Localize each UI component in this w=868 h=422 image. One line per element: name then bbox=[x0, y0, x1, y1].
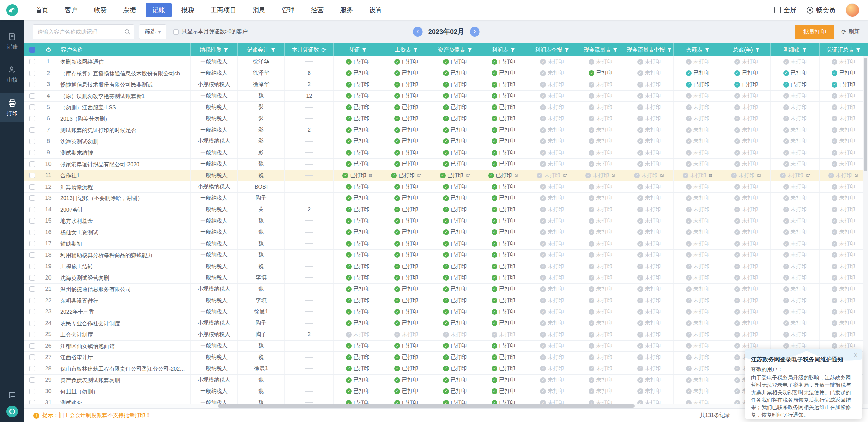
refresh-button[interactable]: ⟳ 刷新 bbox=[841, 28, 860, 36]
table-row[interactable]: 29资产负债表测试账套勿删小规模纳税人魏✓已打印✓已打印✓已打印✓已打印✓未打印… bbox=[24, 375, 868, 386]
table-row[interactable]: 232022年十三香一般纳税人徐晨1✓已打印✓已打印✓已打印✓已打印✓未打印✓未… bbox=[24, 306, 868, 318]
table-row[interactable]: 62013（陶美芳勿删）一般纳税人影✓已打印✓已打印✓已打印✓已打印✓未打印✓未… bbox=[24, 113, 868, 125]
row-checkbox[interactable] bbox=[29, 184, 35, 190]
column-header-纳税性质[interactable]: 纳税性质 bbox=[191, 43, 238, 56]
column-header-明细账[interactable]: 明细账 bbox=[771, 43, 819, 56]
table-row[interactable]: 20沈海英测试经营勿删一般纳税人李琪✓已打印✓已打印✓已打印✓已打印✓未打印✓未… bbox=[24, 272, 868, 284]
row-checkbox[interactable] bbox=[29, 264, 35, 269]
topnav-item-消息[interactable]: 消息 bbox=[246, 3, 272, 17]
table-row[interactable]: 28保山市板林建筑工程有限责任公司盈江分公司-2020(202206...一般纳… bbox=[24, 363, 868, 375]
table-row[interactable]: 24农民专业合作社会计制度小规模纳税人陶子✓已打印✓已打印✓已打印✓已打印✓未打… bbox=[24, 318, 868, 329]
select-all-checkbox[interactable] bbox=[29, 47, 35, 53]
external-link-icon[interactable] bbox=[563, 173, 567, 178]
filter-funnel-icon[interactable] bbox=[802, 48, 807, 52]
external-link-icon[interactable] bbox=[611, 173, 616, 178]
filter-funnel-icon[interactable] bbox=[413, 48, 418, 52]
table-row[interactable]: 27江西省审计厅一般纳税人魏✓已打印✓已打印✓已打印✓已打印✓未打印✓未打印✓未… bbox=[24, 352, 868, 363]
column-header-利润表[interactable]: 利润表 bbox=[479, 43, 528, 56]
table-row[interactable]: 142007会计一般纳税人黄2✓已打印✓已打印✓已打印✓已打印✓未打印✓未打印✓… bbox=[24, 204, 868, 216]
external-link-icon[interactable] bbox=[806, 173, 810, 178]
row-checkbox[interactable] bbox=[29, 354, 35, 360]
row-checkbox[interactable] bbox=[29, 298, 35, 303]
row-checkbox[interactable] bbox=[29, 93, 35, 99]
sidebar-item-打印[interactable]: 打印 bbox=[0, 93, 24, 122]
topnav-item-收费[interactable]: 收费 bbox=[87, 3, 113, 17]
topnav-item-票据[interactable]: 票据 bbox=[117, 3, 142, 17]
user-avatar[interactable] bbox=[846, 3, 859, 17]
next-month-button[interactable]: › bbox=[470, 27, 479, 37]
topnav-item-设置[interactable]: 设置 bbox=[363, 3, 389, 17]
search-input[interactable] bbox=[33, 24, 134, 39]
filter-funnel-icon[interactable] bbox=[511, 48, 515, 52]
row-checkbox[interactable] bbox=[29, 173, 35, 178]
column-header-现金流量表季报[interactable]: 现金流量表季报 bbox=[625, 43, 674, 56]
table-row[interactable]: 15地方水利基金一般纳税人魏✓已打印✓已打印✓已打印✓已打印✓未打印✓未打印✓未… bbox=[24, 215, 868, 227]
column-header-凭证汇总表[interactable]: 凭证汇总表 bbox=[820, 43, 868, 56]
table-row[interactable]: 30何1111（勿删）一般纳税人魏✓已打印✓已打印✓已打印✓已打印✓未打印✓未打… bbox=[24, 386, 868, 398]
fullscreen-button[interactable]: 全屏 bbox=[774, 6, 796, 15]
topnav-item-首页[interactable]: 首页 bbox=[29, 3, 55, 17]
table-row[interactable]: 22东明县设置鞋行一般纳税人李琪✓已打印✓已打印✓已打印✓已打印✓未打印✓未打印… bbox=[24, 295, 868, 307]
table-row[interactable]: 7测试账套的凭证打印的时候是否一般纳税人影2✓已打印✓已打印✓已打印✓已打印✓未… bbox=[24, 124, 868, 136]
row-checkbox[interactable] bbox=[29, 218, 35, 224]
row-checkbox[interactable] bbox=[29, 309, 35, 314]
table-row[interactable]: 1勿删新税网络通信一般纳税人徐泽华✓已打印✓已打印✓已打印✓已打印✓未打印✓未打… bbox=[24, 56, 868, 68]
table-row[interactable]: 31测试账套一般纳税人魏✓已打印✓已打印✓已打印✓已打印✓未打印✓未打印✓未打印… bbox=[24, 397, 868, 404]
only-with-vouchers-checkbox[interactable]: 只显示本月凭证数>0的客户 bbox=[173, 28, 248, 35]
row-checkbox[interactable] bbox=[29, 127, 35, 133]
row-checkbox[interactable] bbox=[29, 286, 35, 292]
prev-month-button[interactable]: ‹ bbox=[413, 27, 423, 37]
row-checkbox[interactable] bbox=[29, 82, 35, 87]
row-checkbox[interactable] bbox=[29, 71, 35, 76]
filter-button[interactable]: 筛选 ▾ bbox=[139, 24, 166, 39]
column-header-余额表[interactable]: 余额表 bbox=[674, 43, 722, 56]
row-checkbox[interactable] bbox=[29, 207, 35, 212]
column-header-客户名称[interactable]: 客户名称 bbox=[57, 43, 191, 56]
table-row[interactable]: 26江都区仙女镇怡泡面馆一般纳税人魏✓已打印✓已打印✓已打印✓已打印✓未打印✓未… bbox=[24, 341, 868, 352]
topnav-item-管理[interactable]: 管理 bbox=[275, 3, 301, 17]
table-row[interactable]: 18利用辅助核算分析每种商品的赚钱能力一般纳税人魏✓已打印✓已打印✓已打印✓已打… bbox=[24, 250, 868, 261]
external-link-icon[interactable] bbox=[466, 173, 470, 178]
external-link-icon[interactable] bbox=[660, 173, 665, 178]
table-row[interactable]: 3畅捷通信息技术股份有限公司民非测试小规模纳税人徐泽华2✓已打印✓已打印✓已打印… bbox=[24, 79, 868, 91]
table-row[interactable]: 21温州畅捷通信息服务有限公司小规模纳税人魏✓已打印✓已打印✓已打印✓已打印✓未… bbox=[24, 284, 868, 295]
row-checkbox[interactable] bbox=[29, 59, 35, 64]
table-row[interactable]: 4（原）误删勿改李艳芬测试账套新1一般纳税人魏12✓已打印✓已打印✓已打印✓已打… bbox=[24, 91, 868, 102]
topnav-item-记账[interactable]: 记账 bbox=[146, 3, 172, 17]
row-checkbox[interactable] bbox=[29, 150, 35, 155]
filter-funnel-icon[interactable] bbox=[856, 48, 861, 52]
table-row[interactable]: 9测试期末结转一般纳税人影✓已打印✓已打印✓已打印✓已打印✓未打印✓未打印✓未打… bbox=[24, 147, 868, 159]
filter-funnel-icon[interactable] bbox=[271, 48, 275, 52]
vertical-scrollbar[interactable] bbox=[863, 56, 868, 404]
row-checkbox[interactable] bbox=[29, 104, 35, 110]
column-header-总账(年)[interactable]: 总账(年) bbox=[722, 43, 771, 56]
filter-funnel-icon[interactable] bbox=[667, 48, 672, 52]
filter-funnel-icon[interactable] bbox=[565, 48, 569, 52]
row-checkbox[interactable] bbox=[29, 252, 35, 258]
row-checkbox[interactable] bbox=[29, 366, 35, 371]
table-row[interactable]: 16杨仙女工资测试一般纳税人魏✓已打印✓已打印✓已打印✓已打印✓未打印✓未打印✓… bbox=[24, 227, 868, 238]
filter-funnel-icon[interactable] bbox=[362, 48, 367, 52]
customer-service-icon[interactable] bbox=[6, 406, 18, 417]
horizontal-scrollbar[interactable] bbox=[24, 404, 868, 408]
close-icon[interactable]: × bbox=[853, 351, 858, 360]
column-header-工资表[interactable]: 工资表 bbox=[382, 43, 431, 56]
row-checkbox[interactable] bbox=[29, 321, 35, 326]
gear-icon[interactable]: ⚙ bbox=[45, 47, 51, 53]
table-row[interactable]: 11合作社1一般纳税人魏✓已打印✓已打印✓已打印✓已打印✓未打印✓未打印✓未打印… bbox=[24, 170, 868, 181]
column-header-现金流量表[interactable]: 现金流量表 bbox=[576, 43, 625, 56]
checkbox[interactable] bbox=[173, 29, 179, 35]
row-checkbox[interactable] bbox=[29, 195, 35, 201]
filter-funnel-icon[interactable] bbox=[224, 48, 228, 52]
table-row[interactable]: 132013日记账（不要删除哈，谢谢）一般纳税人陶子✓已打印✓已打印✓已打印✓已… bbox=[24, 193, 868, 204]
topnav-item-服务[interactable]: 服务 bbox=[334, 3, 359, 17]
row-checkbox[interactable] bbox=[29, 400, 35, 404]
table-row[interactable]: 5（勿删）江西服宝-LSS一般纳税人影✓已打印✓已打印✓已打印✓已打印✓未打印✓… bbox=[24, 102, 868, 113]
table-row[interactable]: 25工会会计制度小规模纳税人陶子2✓未打印✓未打印✓未打印✓未打印✓未打印✓未打… bbox=[24, 329, 868, 341]
column-header-资产负债表[interactable]: 资产负债表 bbox=[431, 43, 479, 56]
row-checkbox[interactable] bbox=[29, 377, 35, 383]
column-header-记账会计[interactable]: 记账会计 bbox=[238, 43, 285, 56]
column-header-利润表季报[interactable]: 利润表季报 bbox=[528, 43, 576, 56]
row-checkbox[interactable] bbox=[29, 161, 35, 167]
filter-funnel-icon[interactable] bbox=[705, 48, 709, 52]
